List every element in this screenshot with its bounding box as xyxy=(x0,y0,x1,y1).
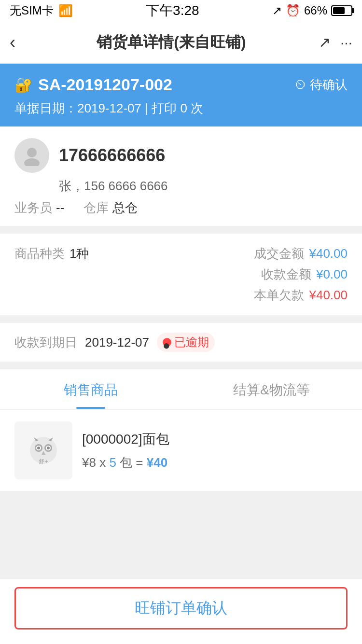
salesperson-label: 业务员 xyxy=(14,199,52,216)
clock-icon: ⏲ xyxy=(294,77,307,92)
more-icon[interactable]: ··· xyxy=(340,34,352,51)
product-price: ¥8 x 5 包 = ¥40 xyxy=(82,454,348,471)
arrears-label: 本单欠款 xyxy=(254,287,304,304)
customer-row: 17666666666 xyxy=(14,138,348,173)
order-date: 单据日期：2019-12-07 | 打印 0 次 xyxy=(14,100,348,117)
bottom-bar: 旺铺订单确认 xyxy=(0,579,362,644)
salesperson-value: -- xyxy=(56,200,64,215)
summary-section: 商品种类 1种 成交金额 ¥40.00 收款金额 ¥0.00 本单欠款 ¥40.… xyxy=(0,234,362,315)
arrears-row: 本单欠款 ¥40.00 xyxy=(254,287,348,304)
wifi-icon: 📶 xyxy=(58,4,73,17)
share-icon[interactable]: ↗︎ xyxy=(319,34,331,51)
svg-point-8 xyxy=(47,447,50,449)
product-types: 商品种类 1种 xyxy=(14,245,89,262)
page-title: 销货单详情(来自旺铺) xyxy=(39,32,304,53)
amounts-section: 成交金额 ¥40.00 收款金额 ¥0.00 本单欠款 ¥40.00 xyxy=(254,245,348,304)
price-value: ¥8 xyxy=(82,455,96,470)
order-id-text: SA-20191207-002 xyxy=(38,75,172,94)
customer-name: 张，156 6666 6666 xyxy=(14,178,348,195)
avatar-icon xyxy=(21,145,42,166)
product-types-label: 商品种类 xyxy=(14,245,65,262)
nav-right-actions: ↗︎ ··· xyxy=(304,34,352,51)
product-item: 舒+ [0000002]面包 ¥8 x 5 包 = ¥40 xyxy=(0,410,362,491)
warehouse-info: 仓库 总仓 xyxy=(84,199,138,216)
time-label: 下午3:28 xyxy=(146,1,199,20)
order-icon: 🔐 xyxy=(14,76,32,93)
equals: = xyxy=(136,455,146,470)
tabs-section: 销售商品 结算&物流等 xyxy=(0,369,362,410)
product-name: [0000002]面包 xyxy=(82,430,348,448)
order-header: 🔐 SA-20191207-002 ⏲ 待确认 单据日期：2019-12-07 … xyxy=(0,64,362,126)
svg-point-1 xyxy=(24,158,40,166)
status-bar: 无SIM卡 📶 下午3:28 ↗ ⏰ 66% xyxy=(0,0,362,21)
customer-avatar xyxy=(14,138,49,173)
battery-fill xyxy=(333,7,345,14)
customer-info-row: 业务员 -- 仓库 总仓 xyxy=(14,199,348,216)
warehouse-label: 仓库 xyxy=(84,199,109,216)
battery-percent: 66% xyxy=(304,4,327,17)
product-types-value: 1种 xyxy=(70,245,89,262)
summary-row: 商品种类 1种 成交金额 ¥40.00 收款金额 ¥0.00 本单欠款 ¥40.… xyxy=(14,245,348,304)
tab-sales-label: 销售商品 xyxy=(64,382,118,397)
tab-settlement[interactable]: 结算&物流等 xyxy=(181,369,362,409)
customer-section: 17666666666 张，156 6666 6666 业务员 -- 仓库 总仓 xyxy=(0,126,362,226)
status-left: 无SIM卡 📶 xyxy=(10,3,73,18)
status-right: ↗ ⏰ 66% xyxy=(272,4,352,17)
location-icon: ↗ xyxy=(272,4,282,17)
battery-icon xyxy=(331,5,352,16)
customer-phone: 17666666666 xyxy=(59,145,165,166)
confirm-button[interactable]: 旺铺订单确认 xyxy=(14,587,348,630)
payment-label: 收款金额 xyxy=(261,266,311,283)
product-logo-icon: 舒+ xyxy=(24,434,63,467)
total-value: ¥40 xyxy=(147,455,167,470)
confirm-button-label: 旺铺订单确认 xyxy=(135,598,227,619)
alarm-icon: ⏰ xyxy=(286,4,300,17)
svg-point-7 xyxy=(37,447,40,449)
arrears-value: ¥40.00 xyxy=(309,288,348,303)
duedate-label: 收款到期日 xyxy=(14,334,77,351)
transaction-row: 成交金额 ¥40.00 xyxy=(254,245,348,262)
products-section: 舒+ [0000002]面包 ¥8 x 5 包 = ¥40 xyxy=(0,410,362,491)
payment-value: ¥0.00 xyxy=(316,267,348,282)
transaction-label: 成交金额 xyxy=(254,245,304,262)
order-id: 🔐 SA-20191207-002 xyxy=(14,75,172,94)
overdue-text: 已逾期 xyxy=(174,335,209,350)
order-status-text: 待确认 xyxy=(310,76,348,93)
duedate-section: 收款到期日 2019-12-07 ● 已逾期 xyxy=(0,323,362,362)
overdue-dot-icon: ● xyxy=(163,338,171,347)
transaction-value: ¥40.00 xyxy=(309,246,348,261)
unit-value: 包 xyxy=(120,455,132,470)
back-button[interactable]: ‹ xyxy=(10,32,39,53)
product-image: 舒+ xyxy=(14,421,72,479)
qty-value: 5 xyxy=(109,455,116,470)
svg-point-0 xyxy=(27,148,37,157)
warehouse-value: 总仓 xyxy=(112,199,138,216)
tab-sales-products[interactable]: 销售商品 xyxy=(0,369,181,409)
payment-row: 收款金额 ¥0.00 xyxy=(261,266,348,283)
price-x: x xyxy=(99,455,109,470)
svg-text:舒+: 舒+ xyxy=(39,458,48,465)
overdue-badge: ● 已逾期 xyxy=(157,333,215,352)
tab-settlement-label: 结算&物流等 xyxy=(233,382,310,397)
order-header-top: 🔐 SA-20191207-002 ⏲ 待确认 xyxy=(14,75,348,94)
product-info: [0000002]面包 ¥8 x 5 包 = ¥40 xyxy=(82,430,348,471)
nav-bar: ‹ 销货单详情(来自旺铺) ↗︎ ··· xyxy=(0,21,362,64)
salesperson-info: 业务员 -- xyxy=(14,199,64,216)
duedate-value: 2019-12-07 xyxy=(85,335,149,350)
order-status: ⏲ 待确认 xyxy=(294,76,348,93)
carrier-label: 无SIM卡 xyxy=(10,3,54,18)
